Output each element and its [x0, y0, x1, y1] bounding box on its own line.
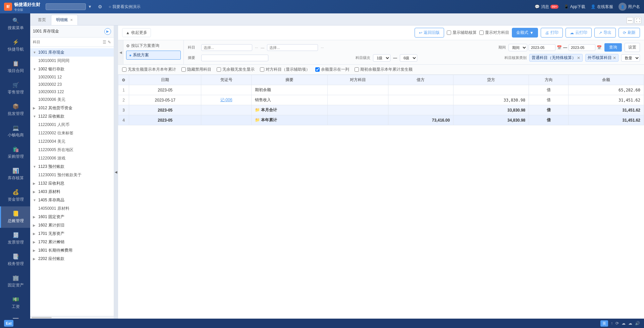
tree-item-10010001[interactable]: 10010001 同同同: [30, 57, 114, 65]
tree-item-10020002[interactable]: 10020002 23: [30, 81, 114, 88]
show-opposite-checkbox[interactable]: 显示对方科目: [479, 30, 509, 36]
subject-level-from-select[interactable]: 1级: [373, 54, 390, 62]
period-end-input[interactable]: [569, 44, 595, 51]
tree-item-1405[interactable]: ▼ 1405 库存商品: [30, 196, 114, 204]
sidebar-item-retail[interactable]: 🛒 零售管理: [0, 78, 30, 99]
tree-item-11230001[interactable]: 11230001 预付账款美于: [30, 171, 114, 179]
sidebar-item-quicknav[interactable]: ⚡ 快捷导航: [0, 35, 30, 56]
period-type-select[interactable]: 期间: [508, 44, 527, 51]
no-balance-show-input[interactable]: [217, 67, 221, 72]
expand-more-button[interactable]: ▲ 收起更多: [122, 28, 151, 37]
left-panel-scrollbar[interactable]: [30, 316, 114, 319]
tag-2-close[interactable]: ✕: [613, 56, 616, 60]
sound-icon[interactable]: 🔊: [635, 321, 640, 326]
user-avatar[interactable]: 👤 用户名: [619, 3, 640, 11]
sidebar-item-ecommerce[interactable]: 💻 小畅电商: [0, 121, 30, 142]
tree-item-1403[interactable]: ▶ 1403 原材料: [30, 188, 114, 196]
no-balance-input[interactable]: [122, 67, 126, 72]
calendar-icon-1[interactable]: 📅: [557, 45, 562, 50]
hide-disabled-input[interactable]: [181, 67, 186, 72]
tree-item-11220006[interactable]: 11220006 游戏: [30, 154, 114, 162]
cloud-print-button[interactable]: ☁ 云打印: [566, 28, 592, 38]
search-dropdown-icon[interactable]: ▼: [87, 4, 93, 9]
tree-item-1132[interactable]: ▶ 1132 应收利息: [30, 179, 114, 188]
show-aux-input[interactable]: [447, 30, 451, 35]
tree-item-11220004[interactable]: 11220004 美元: [30, 137, 114, 146]
sidebar-item-assets[interactable]: 🏢 固定资产: [0, 271, 30, 292]
sidebar-item-inventory[interactable]: 📊 库存核算: [0, 163, 30, 185]
tree-item-1002[interactable]: ▼ 1002 银行存款: [30, 65, 114, 73]
account-nav-button[interactable]: ▶: [104, 28, 111, 35]
account-filter-input[interactable]: [201, 44, 252, 51]
collapse-panel-button[interactable]: ◀: [114, 25, 118, 319]
calendar-icon-2[interactable]: 📅: [597, 45, 602, 50]
tree-item-10020001[interactable]: 10020001 12: [30, 73, 114, 81]
tab-close-icon[interactable]: ✕: [70, 18, 73, 22]
refresh-status-icon[interactable]: ⟳: [615, 321, 619, 326]
sidebar-item-salary[interactable]: 💵 工资: [0, 292, 30, 314]
tree-item-1123[interactable]: ▼ 1123 预付账款: [30, 162, 114, 171]
sidebar-item-wholesale[interactable]: 📦 批发管理: [0, 99, 30, 121]
account-filter-input-2[interactable]: [267, 44, 318, 51]
search-input[interactable]: [46, 3, 86, 10]
return-old-button[interactable]: ↩ 返回旧版: [415, 28, 444, 38]
opposite-account-checkbox[interactable]: 对方科目（显示辅助项）: [260, 67, 310, 72]
opening-balance-checkbox[interactable]: 期初余额显示本年累计发生额: [355, 67, 413, 72]
eat-button[interactable]: Eat: [4, 320, 13, 327]
cloud-status-icon-1[interactable]: ☁: [622, 321, 626, 326]
upload-icon[interactable]: ↑: [611, 321, 613, 326]
opening-balance-input[interactable]: [355, 67, 359, 72]
app-download-button[interactable]: 📱 App下载: [564, 4, 585, 10]
tree-item-1001[interactable]: ▼ 1001 库存现金: [30, 48, 114, 57]
amount-style-button[interactable]: 金额式 ▼: [512, 28, 538, 38]
system-scheme-button[interactable]: ● 系统方案: [126, 51, 181, 60]
tree-item-1601[interactable]: ▶ 1601 固定资产: [30, 213, 114, 221]
tree-item-2202[interactable]: ▶ 2202 应付账款: [30, 255, 114, 263]
tree-item-10020003[interactable]: 10020003 122: [30, 88, 114, 95]
gear-icon[interactable]: ⚙: [95, 2, 105, 11]
online-service-button[interactable]: 👤 在线客服: [591, 4, 613, 10]
tree-item-11220001[interactable]: 11220001 人民币: [30, 121, 114, 129]
quantity-select[interactable]: 数量: [621, 54, 640, 62]
sidebar-item-search[interactable]: 🔍 搜索菜单: [0, 13, 30, 35]
tree-item-14050001[interactable]: 14050001 原材料: [30, 204, 114, 213]
tag-1-close[interactable]: ✕: [577, 56, 580, 60]
filter-settings-button[interactable]: 设置: [625, 43, 640, 52]
no-balance-show-checkbox[interactable]: 无余额无发生显示: [217, 67, 255, 72]
tree-item-1801[interactable]: ▶ 1801 长期待摊费用: [30, 246, 114, 255]
edit-icon[interactable]: ✎: [108, 40, 111, 45]
sidebar-item-ledger[interactable]: 📒 总账管理: [0, 206, 30, 228]
sidebar-item-invoice[interactable]: 🧾 发票管理: [0, 228, 30, 249]
period-start-input[interactable]: [529, 44, 555, 51]
tree-item-1012[interactable]: ▶ 1012 其他货币资金: [30, 104, 114, 112]
print-button[interactable]: 🖨 打印: [541, 28, 563, 38]
export-button[interactable]: ↗ 导出: [594, 28, 616, 38]
balance-one-col-checkbox[interactable]: 余额显示在一列: [315, 67, 349, 72]
tree-item-11220005[interactable]: 11220005 所在地区: [30, 146, 114, 154]
sidebar-item-capital[interactable]: 💰 资金管理: [0, 185, 30, 206]
demo-link[interactable]: ○ 我要看实例演示: [109, 4, 141, 10]
sidebar-item-tax[interactable]: 📑 税务管理: [0, 249, 30, 271]
query-button[interactable]: 查询: [604, 43, 622, 52]
show-aux-checkbox[interactable]: 显示辅助核算: [447, 30, 477, 36]
tab-minimize-button[interactable]: —: [627, 17, 633, 24]
cloud-status-icon-2[interactable]: ☁: [628, 321, 632, 326]
tab-detail[interactable]: 明细账 ✕: [51, 15, 78, 25]
tree-item-10020006[interactable]: 10020006 美元: [30, 95, 114, 104]
subject-level-to-select[interactable]: 6级: [400, 54, 417, 62]
tree-item-1702[interactable]: ▶ 1702 累计摊销: [30, 238, 114, 246]
opposite-account-input[interactable]: [260, 67, 264, 72]
tab-home[interactable]: 首页: [33, 15, 51, 25]
sidebar-item-purchase[interactable]: 🛍️ 采购管理: [0, 142, 30, 163]
balance-one-col-input[interactable]: [315, 67, 320, 72]
hide-disabled-checkbox[interactable]: 隐藏禁用科目: [181, 67, 211, 72]
show-opposite-input[interactable]: [479, 30, 484, 35]
summary-filter-input[interactable]: [201, 55, 268, 61]
cell-voucher-2[interactable]: 记-006: [201, 95, 251, 105]
list-view-icon[interactable]: ☰: [103, 40, 106, 45]
no-balance-checkbox[interactable]: 无发生额显示本月本年累计: [122, 67, 176, 72]
language-button[interactable]: 英: [600, 320, 608, 327]
sidebar-item-project[interactable]: 📋 项目合同: [0, 56, 30, 78]
tree-item-1701[interactable]: ▶ 1701 无形资产: [30, 229, 114, 238]
tab-fullscreen-button[interactable]: ⛶: [635, 17, 641, 24]
